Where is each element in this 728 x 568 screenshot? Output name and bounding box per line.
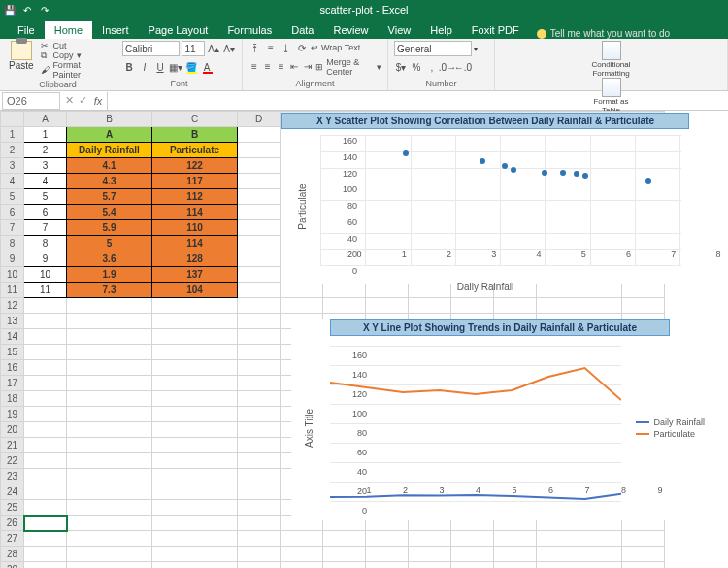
cell-D1[interactable] [238, 127, 281, 143]
cell-B17[interactable] [67, 376, 152, 391]
cell-D16[interactable] [238, 360, 281, 376]
align-left-icon[interactable]: ≡ [248, 60, 260, 74]
cell-A16[interactable] [24, 360, 67, 376]
cell-B20[interactable] [67, 422, 152, 438]
font-size-combo[interactable]: 11 [182, 41, 205, 56]
cell-M29[interactable] [622, 562, 665, 569]
row-header-13[interactable]: 13 [1, 314, 24, 329]
cancel-formula-icon[interactable]: ✕ [62, 94, 76, 107]
row-header-18[interactable]: 18 [1, 391, 24, 407]
row-header-14[interactable]: 14 [1, 329, 24, 345]
cell-C23[interactable] [152, 469, 238, 484]
cell-D13[interactable] [238, 314, 281, 329]
cell-E12[interactable] [281, 298, 323, 314]
cell-B16[interactable] [67, 360, 152, 376]
borders-button[interactable]: ▦▾ [169, 61, 182, 75]
tab-page-layout[interactable]: Page Layout [139, 21, 218, 39]
decrease-indent-icon[interactable]: ⇤ [289, 60, 301, 74]
cell-A25[interactable] [24, 500, 67, 516]
cell-K28[interactable] [537, 547, 579, 562]
cell-H28[interactable] [409, 547, 451, 562]
cell-A19[interactable] [24, 407, 67, 422]
cell-A12[interactable] [24, 298, 67, 314]
cell-B24[interactable] [67, 484, 152, 500]
cell-C25[interactable] [152, 500, 238, 516]
orientation-icon[interactable]: ⟳ [295, 41, 309, 54]
cell-B12[interactable] [67, 298, 152, 314]
cell-M27[interactable] [622, 531, 665, 547]
cell-A10[interactable]: 10 [24, 267, 67, 283]
cut-button[interactable]: ✂Cut [41, 41, 110, 50]
cell-D23[interactable] [238, 469, 281, 484]
cell-L29[interactable] [579, 562, 622, 569]
cell-C3[interactable]: 122 [152, 158, 238, 174]
row-header-7[interactable]: 7 [1, 220, 24, 236]
cell-B14[interactable] [67, 329, 152, 345]
undo-icon[interactable]: ↶ [21, 4, 33, 16]
cell-G27[interactable] [366, 531, 409, 547]
comma-format-icon[interactable]: , [425, 61, 439, 75]
decrease-decimal-icon[interactable]: ←.0 [456, 61, 470, 75]
cell-C1[interactable]: B [152, 127, 238, 143]
cell-D10[interactable] [238, 267, 281, 283]
cell-D12[interactable] [238, 298, 281, 314]
cell-D19[interactable] [238, 407, 281, 422]
cell-B21[interactable] [67, 438, 152, 453]
cell-L27[interactable] [579, 531, 622, 547]
cell-D18[interactable] [238, 391, 281, 407]
cell-C8[interactable]: 114 [152, 236, 238, 251]
format-painter-button[interactable]: 🖌Format Painter [41, 60, 110, 80]
cell-F28[interactable] [323, 547, 366, 562]
cell-M28[interactable] [622, 547, 665, 562]
cell-A5[interactable]: 5 [24, 189, 67, 205]
cell-C17[interactable] [152, 376, 238, 391]
cell-B1[interactable]: A [67, 127, 152, 143]
tab-review[interactable]: Review [323, 21, 378, 39]
cell-C18[interactable] [152, 391, 238, 407]
cell-A17[interactable] [24, 376, 67, 391]
tab-insert[interactable]: Insert [92, 21, 139, 39]
cell-F27[interactable] [323, 531, 366, 547]
cell-J27[interactable] [494, 531, 537, 547]
cell-G12[interactable] [366, 298, 409, 314]
merge-center-button[interactable]: ⊞Merge & Center ▾ [315, 57, 381, 77]
cell-D26[interactable] [238, 516, 281, 531]
paste-button[interactable]: Paste [6, 41, 37, 80]
tab-help[interactable]: Help [420, 21, 462, 39]
cell-C4[interactable]: 117 [152, 174, 238, 189]
cell-A28[interactable] [24, 547, 67, 562]
cell-A1[interactable]: 1 [24, 127, 67, 143]
cell-K27[interactable] [537, 531, 579, 547]
cell-B10[interactable]: 1.9 [67, 267, 152, 283]
redo-icon[interactable]: ↷ [39, 4, 50, 16]
accounting-format-icon[interactable]: $▾ [394, 61, 408, 75]
cell-D29[interactable] [238, 562, 281, 569]
cell-B5[interactable]: 5.7 [67, 189, 152, 205]
percent-format-icon[interactable]: % [410, 61, 423, 75]
column-header-B[interactable]: B [67, 112, 152, 127]
cell-C9[interactable]: 128 [152, 251, 238, 267]
cell-D4[interactable] [238, 174, 281, 189]
cell-I28[interactable] [451, 547, 494, 562]
line-chart[interactable]: X Y Line Plot Showing Trends in Daily Ra… [291, 319, 709, 520]
cell-C26[interactable] [152, 516, 238, 531]
cell-C7[interactable]: 110 [152, 220, 238, 236]
cell-I12[interactable] [451, 298, 494, 314]
column-header-D[interactable]: D [238, 112, 281, 127]
cell-F29[interactable] [323, 562, 366, 569]
cell-J12[interactable] [494, 298, 537, 314]
cell-D6[interactable] [238, 205, 281, 220]
cell-L12[interactable] [579, 298, 622, 314]
italic-button[interactable]: I [138, 61, 151, 75]
tab-foxit[interactable]: Foxit PDF [462, 21, 529, 39]
row-header-19[interactable]: 19 [1, 407, 24, 422]
cell-D22[interactable] [238, 453, 281, 469]
formula-input[interactable] [107, 92, 728, 110]
cell-B13[interactable] [67, 314, 152, 329]
tab-formulas[interactable]: Formulas [217, 21, 281, 39]
cell-D2[interactable] [238, 143, 281, 158]
save-icon[interactable]: 💾 [4, 4, 16, 16]
cell-B28[interactable] [67, 547, 152, 562]
cell-C19[interactable] [152, 407, 238, 422]
row-header-21[interactable]: 21 [1, 438, 24, 453]
